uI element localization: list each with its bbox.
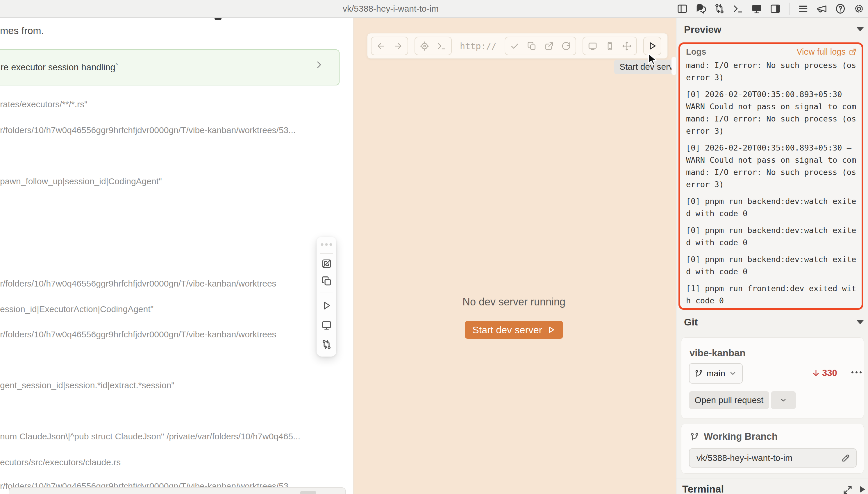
divider	[676, 479, 868, 479]
git-branch-icon	[695, 369, 703, 378]
mobile-icon[interactable]	[605, 41, 615, 51]
chevron-down-icon	[729, 369, 737, 378]
start-dev-server-label: Start dev server	[472, 324, 542, 336]
log-entry: [0] 2026-02-20T00:35:00.893+05:30 — WARN…	[686, 142, 861, 191]
terminal-icon[interactable]	[437, 41, 447, 51]
monitor-icon[interactable]	[751, 3, 763, 15]
composer-bar[interactable]	[9, 487, 346, 494]
annotate-off-icon[interactable]	[321, 258, 332, 269]
chevron-down-icon[interactable]	[856, 320, 864, 324]
log-path-line: num ClaudeJson\|^pub struct ClaudeJson" …	[0, 432, 300, 441]
branch-name: main	[706, 368, 725, 378]
copy-icon[interactable]	[321, 275, 332, 287]
chevron-down-icon[interactable]	[856, 27, 864, 31]
task-card-text: re executor session handling`	[1, 50, 118, 85]
drag-handle-icon[interactable]	[321, 243, 332, 246]
actions-group	[505, 37, 576, 55]
app-window: mes from. re executor session handling` …	[0, 0, 868, 494]
chevron-down-icon	[780, 396, 787, 404]
open-pull-request-button[interactable]: Open pull request	[689, 391, 769, 409]
preview-toolbar: http://	[367, 33, 668, 59]
edit-pencil-icon[interactable]	[841, 454, 850, 463]
commits-behind-badge: 330	[812, 368, 837, 378]
view-full-logs-link[interactable]: View full logs	[796, 47, 856, 57]
log-path-line: ecutors/src/executors/claude.rs	[0, 457, 121, 467]
chevron-right-icon	[314, 60, 324, 70]
logs-panel-highlighted: Logs View full logs mand: I/O error: No …	[678, 42, 863, 310]
composer-handle	[300, 491, 316, 494]
preview-section-header[interactable]: Preview	[684, 24, 721, 35]
git-compare-icon[interactable]	[321, 339, 332, 350]
arrow-down-icon	[812, 369, 820, 378]
divider	[320, 253, 333, 254]
log-entry: mand: I/O error: No such process (os err…	[686, 59, 861, 84]
start-dev-server-button[interactable]: Start dev server	[465, 321, 563, 339]
log-path-line: ession_id|ExecutorAction|CodingAgent"	[0, 304, 153, 314]
repo-name: vibe-kanban	[690, 347, 746, 359]
message-text: mes from.	[0, 25, 44, 36]
window-title: vk/5388-hey-i-want-to-im	[343, 4, 439, 14]
help-icon[interactable]	[834, 3, 847, 15]
monitor-icon[interactable]	[321, 319, 332, 331]
title-bar: vk/5388-hey-i-want-to-im	[0, 0, 868, 18]
pr-dropdown-button[interactable]	[771, 391, 796, 409]
log-entry: [0] 2026-02-20T00:35:00.893+05:30 — WARN…	[686, 88, 861, 137]
git-compare-icon[interactable]	[713, 3, 725, 15]
device-group	[583, 37, 637, 55]
megaphone-icon[interactable]	[816, 3, 828, 15]
divider	[789, 3, 790, 15]
logs-title: Logs	[686, 47, 706, 57]
log-path-line: r/folders/10/h7w0q46556ggr9hrfchfjdvr000…	[0, 329, 277, 339]
forward-icon[interactable]	[393, 41, 403, 51]
divider	[320, 292, 333, 293]
panel-layout-icon[interactable]	[676, 3, 688, 15]
working-branch-value: vk/5388-hey-i-want-to-im	[697, 453, 841, 463]
git-branch-icon	[690, 432, 699, 441]
refresh-icon[interactable]	[561, 41, 571, 51]
divider	[676, 313, 868, 313]
scroll-indicator	[214, 18, 222, 20]
log-path-line: r/folders/10/h7w0q46556ggr9hrfchfjdvr000…	[0, 125, 296, 135]
locate-group	[415, 37, 452, 55]
move-icon[interactable]	[622, 41, 632, 51]
task-card[interactable]: re executor session handling`	[0, 50, 340, 86]
menu-icon[interactable]	[797, 3, 809, 15]
terminal-icon[interactable]	[732, 3, 744, 15]
log-entry: [0] pnpm run backend:dev:watch exite d w…	[686, 253, 861, 278]
working-branch-card: Working Branch vk/5388-hey-i-want-to-im	[681, 424, 864, 474]
git-card: vibe-kanban main 330 Open pull request	[681, 337, 864, 419]
log-path-line: rates/executors/**/*.rs"	[0, 99, 88, 109]
copy-icon[interactable]	[527, 41, 536, 51]
chat-icon[interactable]	[695, 3, 707, 15]
external-link-icon[interactable]	[544, 41, 554, 51]
play-icon[interactable]	[321, 300, 332, 311]
working-branch-header: Working Branch	[690, 431, 778, 442]
panel-right-icon[interactable]	[769, 3, 781, 15]
terminal-section-header[interactable]: Terminal	[682, 483, 724, 494]
log-entry: [0] pnpm run backend:dev:watch exite d w…	[686, 224, 861, 249]
git-section-header[interactable]: Git	[684, 317, 698, 328]
no-dev-server-message: No dev server running	[463, 296, 565, 308]
caret-right-icon[interactable]	[860, 486, 865, 493]
working-branch-field[interactable]: vk/5388-hey-i-want-to-im	[689, 449, 857, 468]
check-icon[interactable]	[510, 41, 520, 51]
log-path-line: gent_session_id|session.*id|extract.*ses…	[0, 380, 174, 390]
log-path-line: pawn_follow_up|session_id|CodingAgent"	[0, 176, 162, 186]
log-path-line: r/folders/10/h7w0q46556ggr9hrfchfjdvr000…	[0, 279, 277, 288]
preview-pane	[353, 18, 676, 494]
floating-toolbar	[317, 237, 336, 357]
log-entry: [1] pnpm run frontend:dev exited wit h c…	[686, 282, 861, 307]
log-entry: [0] pnpm run backend:dev:watch exite d w…	[686, 195, 861, 220]
details-sidebar: Preview Logs View full logs mand: I/O er…	[676, 18, 868, 494]
locate-icon[interactable]	[420, 41, 429, 51]
expand-icon[interactable]	[843, 485, 853, 494]
url-field[interactable]: http://	[460, 41, 496, 51]
branch-selector[interactable]: main	[689, 363, 743, 384]
back-icon[interactable]	[376, 41, 386, 51]
play-icon	[547, 325, 555, 334]
external-link-icon	[849, 48, 856, 56]
settings-icon[interactable]	[853, 3, 865, 15]
desktop-icon[interactable]	[588, 41, 597, 51]
log-output[interactable]: mand: I/O error: No such process (os err…	[686, 59, 861, 310]
more-options-icon[interactable]	[851, 372, 862, 374]
